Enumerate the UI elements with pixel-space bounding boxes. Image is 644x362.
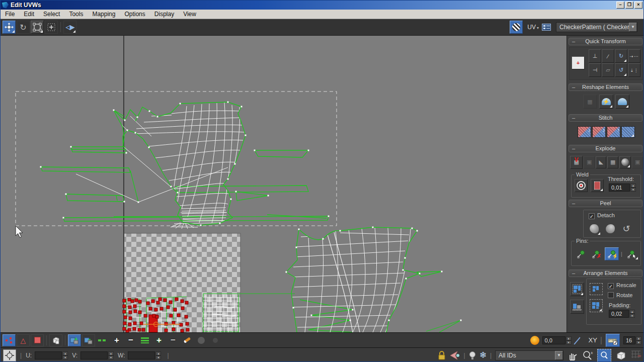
freeform-tool-button[interactable] <box>45 21 58 34</box>
highlight-bulb-icon[interactable] <box>469 350 476 360</box>
w-value[interactable] <box>128 351 155 359</box>
zoom-icon[interactable]: ± <box>582 350 594 361</box>
snap-toggle-button[interactable]: ✓ <box>606 334 620 347</box>
spin-up-icon[interactable]: ▲ <box>155 351 161 355</box>
menu-select[interactable]: Select <box>39 10 64 19</box>
spin-down-icon[interactable]: ▼ <box>155 355 161 359</box>
spin-down-icon[interactable]: ▼ <box>62 355 68 359</box>
face-mode-button[interactable] <box>31 334 44 346</box>
spin-down-icon[interactable]: ▼ <box>629 314 635 318</box>
align-to-edge-button[interactable]: ∕ <box>602 49 614 63</box>
align-horizontal-button[interactable]: ⊥ <box>589 49 601 63</box>
mirror-tool-button[interactable]: ◁▶ <box>63 21 76 34</box>
flatten-by-face-button[interactable] <box>619 156 631 168</box>
spin-up-icon[interactable]: ▲ <box>629 310 635 314</box>
ring-mode-button[interactable] <box>138 334 151 346</box>
falloff-spinner[interactable]: 0,0 ▲▼ <box>542 336 572 344</box>
texture-pattern-dropdown[interactable]: CheckerPattern ( Checker ) ▼ <box>556 22 637 32</box>
menu-file[interactable]: File <box>1 10 19 19</box>
uv-shell-leg[interactable] <box>40 102 330 229</box>
reset-peel-button[interactable]: ↺ <box>620 222 633 235</box>
rescale-checkbox[interactable]: ✓ <box>608 283 614 289</box>
axis-constraint-label[interactable]: XY <box>589 336 597 344</box>
peel-mode-button[interactable] <box>604 222 617 235</box>
spin-up-icon[interactable]: ▲ <box>62 351 68 355</box>
edge-mode-button[interactable]: △ <box>17 334 30 346</box>
linear-align-button[interactable]: ▱ <box>602 63 614 77</box>
pack-tight-button[interactable] <box>590 283 603 295</box>
snap-value-spinner[interactable]: 16 ▲▼ <box>623 336 641 344</box>
u-coordinate-spinner[interactable]: ▲▼ <box>35 351 68 359</box>
restore-button[interactable]: ❐ <box>625 2 633 9</box>
title-bar[interactable]: Edit UVWs – ❐ × <box>1 1 644 10</box>
rollout-quick-transform[interactable]: Quick Transform <box>569 38 642 45</box>
absolute-typein-button[interactable]: + <box>572 56 585 69</box>
snap-magnet-grid-icon[interactable] <box>630 350 642 361</box>
v-value[interactable] <box>80 351 108 359</box>
select-element-button[interactable] <box>49 334 62 346</box>
uv-channel-dropdown[interactable]: UV <box>527 24 539 31</box>
menu-options[interactable]: Options <box>120 10 149 19</box>
stitch-custom-button[interactable]: ↓ <box>578 126 591 138</box>
selection-filter-arrow-icon[interactable] <box>449 350 460 360</box>
u-value[interactable] <box>35 351 62 359</box>
rollout-arrange-elements[interactable]: Arrange Elements <box>569 269 642 277</box>
enlarge-brush-button[interactable] <box>195 334 208 346</box>
weld-threshold-spinner[interactable]: 0,01 ▲▼ <box>609 184 636 192</box>
dropdown-arrow-icon[interactable]: ▼ <box>555 351 563 360</box>
weld-selected-button[interactable] <box>591 179 604 192</box>
uv-shell-lower[interactable] <box>286 227 462 333</box>
rotate-ccw-button[interactable]: ↻ <box>615 49 627 63</box>
snap-value[interactable]: 16 <box>623 336 635 344</box>
weld-threshold-value[interactable]: 0,01 <box>609 184 630 192</box>
spin-up-icon[interactable]: ▲ <box>636 336 641 340</box>
relax-tool-dialog-button[interactable] <box>615 95 629 109</box>
falloff-value[interactable]: 0,0 <box>542 336 566 344</box>
quick-peel-button[interactable] <box>588 222 601 235</box>
rotate-checkbox[interactable] <box>608 292 614 298</box>
menu-display[interactable]: Display <box>150 10 179 19</box>
absolute-offset-toggle[interactable] <box>3 349 16 361</box>
w-coordinate-spinner[interactable]: ▲▼ <box>128 351 161 359</box>
stitch-target-button[interactable] <box>621 126 635 138</box>
rollout-reshape-elements[interactable]: Reshape Elements <box>569 83 642 91</box>
close-button[interactable]: × <box>634 2 642 9</box>
flatten-by-angle-button[interactable]: ◣ <box>596 156 607 168</box>
grow-ring-button[interactable]: + <box>152 334 166 346</box>
scale-tool-button[interactable] <box>31 21 44 34</box>
flatten-by-group-button[interactable]: ▦ <box>607 156 618 168</box>
space-vertical-button[interactable]: ⇣⋮ <box>628 63 640 77</box>
show-map-button[interactable] <box>510 21 523 34</box>
padding-spinner[interactable]: 0,02 ▲▼ <box>609 310 635 318</box>
spin-down-icon[interactable]: ▼ <box>636 340 641 344</box>
stitch-average-button[interactable]: ↕ <box>592 126 606 138</box>
zoom-region-button[interactable] <box>597 349 611 362</box>
target-weld-button[interactable] <box>575 179 588 192</box>
detach-checkbox[interactable]: ✓ <box>589 213 595 219</box>
shrink-brush-button[interactable] <box>209 334 222 346</box>
pan-hand-icon[interactable] <box>567 350 578 361</box>
menu-tools[interactable]: Tools <box>64 10 88 19</box>
pack-normalize-button[interactable] <box>570 282 584 296</box>
lock-selection-icon[interactable] <box>438 350 446 360</box>
padding-value[interactable]: 0,02 <box>609 310 629 318</box>
align-vertical-button[interactable]: ⊣ <box>589 63 601 77</box>
unpin-selected-button[interactable]: ✗ <box>590 248 603 260</box>
grow-loop-button[interactable]: + <box>110 334 123 346</box>
rescale-elements-button[interactable] <box>570 300 584 314</box>
material-id-dropdown[interactable]: All IDs ▼ <box>495 350 564 360</box>
spin-up-icon[interactable]: ▲ <box>108 351 114 355</box>
spin-down-icon[interactable]: ▼ <box>630 188 636 192</box>
options-properties-icon[interactable] <box>542 24 551 31</box>
pack-full-button[interactable] <box>590 299 603 312</box>
rotate-cw-button[interactable]: ↺ <box>615 63 627 77</box>
spin-up-icon[interactable]: ▲ <box>630 184 636 188</box>
spin-down-icon[interactable]: ▼ <box>566 340 572 344</box>
pin-selected-button[interactable] <box>575 248 588 260</box>
edge-distortion-button[interactable] <box>575 335 586 345</box>
interactive-pin-button[interactable] <box>624 248 638 260</box>
loop-mode-button[interactable] <box>96 334 109 346</box>
v-coordinate-spinner[interactable]: ▲▼ <box>80 351 114 359</box>
grow-selection-button[interactable]: + <box>68 334 81 346</box>
rotate-tool-button[interactable]: ↻ <box>17 21 30 34</box>
